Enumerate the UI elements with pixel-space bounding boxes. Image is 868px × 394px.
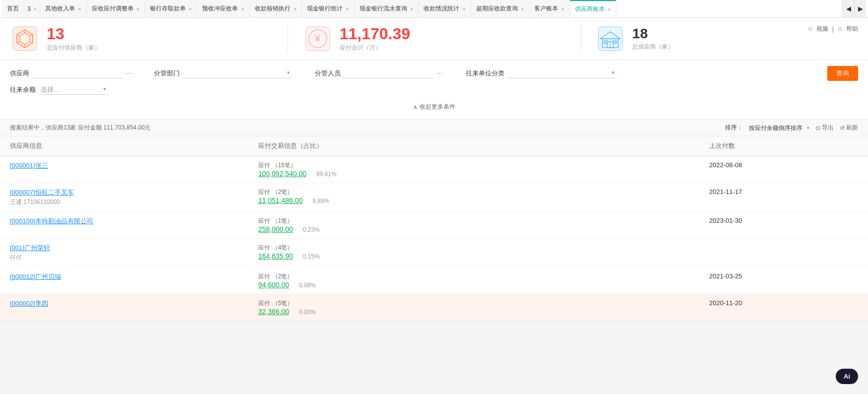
row-1-last-pay: 2021-11-17	[709, 188, 858, 196]
close-tab-verify[interactable]: ×	[293, 6, 296, 12]
header-last-pay: 上次付数	[709, 141, 858, 150]
nav-next-arrow[interactable]: ▶	[854, 0, 866, 18]
row-3-trade-count: （4笔）	[272, 244, 293, 251]
row-1-trade-amount-row: 11,051,486.00 9.89%	[258, 197, 709, 204]
ai-badge[interactable]: Ai	[836, 369, 858, 384]
nav-tab-adjust[interactable]: 应收应付调整单 ×	[87, 0, 145, 18]
row-3-supplier: [001]广州荣轩 仔仔	[10, 244, 258, 262]
row-0-supplier: [000001]张三	[10, 161, 258, 170]
row-4-trade-label: 应付	[258, 273, 270, 280]
row-1-trade-amount[interactable]: 11,051,486.00	[258, 197, 303, 204]
row-2-trade-percent: 0.23%	[303, 226, 320, 233]
row-1-trade-count: （2笔）	[272, 189, 293, 196]
table-header: 供应商信息 应付交易信息（占比） 上次付数	[0, 136, 868, 156]
nav-tab-bank[interactable]: 银行存取款单 ×	[145, 0, 197, 18]
person-filter-dots[interactable]: ···	[436, 69, 442, 78]
link-divider: |	[832, 26, 834, 33]
row-1-supplier: [000007]恒旺二手叉车 王通 17106110000	[10, 188, 258, 206]
nav-tab-3[interactable]: 3 ×	[24, 0, 40, 18]
row-1-supplier-name[interactable]: [000007]恒旺二手叉车	[10, 188, 258, 197]
close-tab-adjust[interactable]: ×	[137, 6, 140, 12]
row-5-supplier: [000002]李四	[10, 299, 258, 308]
row-3-trade-percent: 0.15%	[303, 253, 320, 260]
sort-label: 排序：	[725, 124, 743, 132]
nav-tab-cash-flow[interactable]: 现金银行流水查询 ×	[355, 0, 419, 18]
row-0-trade-label: 应付	[258, 162, 270, 169]
nav-tab-receipt-stat[interactable]: 收款情况统计 ×	[419, 0, 471, 18]
table-row: [000100]本特勤油品有限公司 应付 （1笔） 258,000.00 0.2…	[0, 212, 868, 239]
row-4-trade-amount[interactable]: 94,600.00	[258, 281, 289, 289]
row-1-supplier-sub: 王通 17106110000	[10, 198, 258, 206]
close-tab-prepay[interactable]: ×	[241, 6, 244, 12]
person-filter-input[interactable]	[344, 68, 433, 78]
nav-tab-cash-stat[interactable]: 现金银行统计 ×	[302, 0, 354, 18]
row-3-trade-amount-row: 164,635.90 0.15%	[258, 252, 709, 260]
supplier-icon	[10, 24, 40, 54]
row-3-supplier-name[interactable]: [001]广州荣轩	[10, 244, 258, 253]
close-tab-other-income[interactable]: ×	[78, 6, 81, 12]
help-link[interactable]: 帮助	[846, 25, 858, 33]
balance-filter-select[interactable]: 选择...	[39, 85, 108, 95]
row-5-trade-amount[interactable]: 32,366.00	[258, 308, 289, 316]
row-5-supplier-name[interactable]: [000002]李四	[10, 299, 258, 308]
export-button[interactable]: ⊙ 导出	[815, 124, 834, 132]
export-icon: ⊙	[815, 125, 820, 131]
collapse-btn-wrap: ∧ 收起更多条件	[10, 99, 858, 115]
query-button[interactable]: 查询	[827, 66, 858, 81]
row-4-supplier-name[interactable]: [000012]广州贝瑞	[10, 272, 258, 281]
close-tab-overdue[interactable]: ×	[521, 6, 524, 12]
row-3-trade-label-wrap: 应付 （4笔）	[258, 244, 709, 252]
row-3-trade-amount[interactable]: 164,635.90	[258, 252, 293, 260]
nav-tab-other-income[interactable]: 其他收入单 ×	[40, 0, 86, 18]
nav-tab-prepay[interactable]: 预收冲应收单 ×	[197, 0, 249, 18]
close-tab-cash-flow[interactable]: ×	[410, 6, 413, 12]
row-3-trade-label: 应付	[258, 244, 270, 251]
nav-prev-arrow[interactable]: ◀	[842, 0, 854, 18]
table-row: [000007]恒旺二手叉车 王通 17106110000 应付 （2笔） 11…	[0, 183, 868, 212]
supplier-filter-input[interactable]	[32, 68, 122, 78]
dept-filter-select[interactable]	[183, 68, 292, 78]
divider-1	[288, 24, 288, 54]
row-2-supplier-name[interactable]: [000100]本特勤油品有限公司	[10, 217, 258, 226]
row-5-trade-label: 应付	[258, 300, 270, 307]
row-0-supplier-name[interactable]: [000001]张三	[10, 161, 258, 170]
nav-tab-customer-ledger[interactable]: 客户账本 ×	[529, 0, 570, 18]
row-4-trade-amount-row: 94,600.00 0.08%	[258, 281, 709, 289]
row-4-trade-percent: 0.08%	[299, 282, 316, 289]
close-tab-customer-ledger[interactable]: ×	[561, 6, 564, 12]
close-tab-3[interactable]: ×	[34, 6, 37, 12]
stats-bar: 13 总应付供应商（家） ¥ 11,170.39 应付合计（万）	[0, 18, 868, 60]
nav-tab-verify[interactable]: 收款核销执行 ×	[250, 0, 302, 18]
close-tab-bank[interactable]: ×	[189, 6, 192, 12]
refresh-icon: ↺	[840, 125, 845, 131]
category-filter-select[interactable]	[507, 68, 617, 78]
supplier-filter-dots[interactable]: ···	[125, 69, 131, 78]
filter-supplier: 供应商 ···	[10, 68, 131, 78]
nav-tab-supplier-ledger[interactable]: 供应商账本 ×	[570, 0, 616, 18]
close-tab-supplier-ledger[interactable]: ×	[608, 6, 611, 12]
top-right-links: ⊙ 视频 | ⊙ 帮助	[808, 25, 858, 33]
nav-tab-home[interactable]: 首页	[2, 0, 24, 18]
row-0-trade-percent: 89.61%	[316, 171, 337, 178]
dept-filter-label: 分管部门	[154, 69, 180, 78]
table-row: [000012]广州贝瑞 应付 （2笔） 94,600.00 0.08% 202…	[0, 267, 868, 294]
row-0-trade: 应付 （15笔） 100,092,540.00 89.61%	[258, 161, 709, 178]
row-0-trade-amount[interactable]: 100,092,540.00	[258, 170, 306, 178]
refresh-button[interactable]: ↺ 刷新	[840, 124, 858, 132]
stat-block-amount: ¥ 11,170.39 应付合计（万）	[303, 24, 566, 54]
sort-select[interactable]: 按应付余额倒序排序	[749, 125, 809, 131]
row-2-trade-amount[interactable]: 258,000.00	[258, 225, 293, 233]
table-row: [000002]李四 应付 （5笔） 32,366.00 0.03% 2020-…	[0, 294, 868, 321]
close-tab-receipt-stat[interactable]: ×	[462, 6, 465, 12]
close-tab-cash-stat[interactable]: ×	[346, 6, 349, 12]
stat3-label: 总供应商（家）	[632, 43, 674, 51]
row-4-last-pay-date: 2021-03-25	[709, 272, 742, 280]
row-2-trade-label: 应付	[258, 217, 270, 224]
row-5-trade-label-wrap: 应付 （5笔）	[258, 299, 709, 308]
filter-bar: 供应商 ··· 分管部门 分管人员 ··· 往来单位分类	[0, 60, 868, 120]
video-link[interactable]: 视频	[816, 25, 828, 33]
collapse-button[interactable]: ∧ 收起更多条件	[10, 101, 858, 113]
row-2-trade-amount-row: 258,000.00 0.23%	[258, 225, 709, 233]
row-4-trade-count: （2笔）	[272, 273, 293, 280]
nav-tab-overdue[interactable]: 超期应收款查询 ×	[471, 0, 529, 18]
